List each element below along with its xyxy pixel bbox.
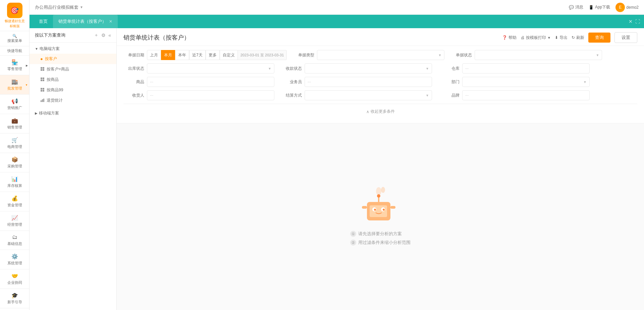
- sidebar-item-enterprise[interactable]: 🤝 企业协同: [0, 269, 29, 289]
- tab-close-icon[interactable]: ✕: [109, 19, 112, 24]
- logo-subtitle: 标账版: [10, 24, 20, 28]
- mobile-scheme-group: ▶ 移动端方案: [30, 107, 116, 119]
- sidebar-item-inventory[interactable]: 📊 库存核算: [0, 172, 29, 192]
- mobile-group-label: 移动端方案: [39, 110, 59, 116]
- add-scheme-icon[interactable]: ＋: [94, 32, 99, 38]
- brand-dots: ···: [465, 93, 469, 98]
- app-download-label: App下载: [595, 4, 610, 10]
- collapse-panel-icon[interactable]: «: [108, 33, 111, 38]
- date-this-year-btn[interactable]: 本年: [175, 50, 189, 60]
- svg-rect-12: [41, 100, 42, 102]
- print-label: 按模板打印: [526, 35, 546, 41]
- settings-button[interactable]: 设置: [614, 32, 637, 43]
- scheme-label: 按商品99: [47, 87, 63, 93]
- goods-label: 商品: [123, 79, 147, 85]
- app-download-btn[interactable]: 📱 App下载: [589, 4, 610, 10]
- quick-nav[interactable]: 快捷导航: [0, 46, 29, 56]
- system-icon: ⚙️: [11, 253, 18, 260]
- department-dropdown-icon: ▼: [583, 80, 587, 84]
- out-status-select[interactable]: ▼: [147, 63, 274, 73]
- sidebar-item-ecom[interactable]: 🛒 电商管理: [0, 134, 29, 153]
- collapse-filters-btn[interactable]: ∧ 收起更多条件: [364, 106, 397, 117]
- brand-input[interactable]: ···: [462, 90, 590, 100]
- sidebar-item-apps[interactable]: 🔲 应用中心: [0, 308, 29, 310]
- receiver-input[interactable]: ···: [147, 90, 274, 100]
- right-panel: 销货单统计表（按客户） ❓ 帮助 🖨 按模板打印 ▼ ⬇ 导出: [117, 28, 644, 310]
- sidebar-item-sales[interactable]: 💼 销售管理: [0, 114, 29, 134]
- svg-rect-18: [370, 205, 387, 217]
- sidebar-item-wholesale[interactable]: 🏬 批发管理 ▼: [0, 75, 29, 95]
- query-button[interactable]: 查询: [588, 33, 610, 43]
- settlement-select[interactable]: ▼: [305, 90, 432, 100]
- maximize-window-icon[interactable]: ⛶: [635, 19, 640, 24]
- settings-scheme-icon[interactable]: ⚙: [101, 33, 106, 38]
- enterprise-icon: 🤝: [11, 273, 18, 279]
- mobile-group-header[interactable]: ▶ 移动端方案: [30, 108, 116, 118]
- date-label: 单据日期: [123, 52, 147, 58]
- scheme-label: 按客户: [45, 56, 57, 62]
- date-custom-btn[interactable]: 自定义: [220, 50, 238, 60]
- print-dropdown-icon: ▼: [547, 36, 551, 40]
- date-last-month-btn[interactable]: 上月: [147, 50, 161, 60]
- scheme-grid-icon2: [40, 77, 45, 83]
- svg-rect-10: [41, 90, 42, 92]
- sidebar-item-label: 基础信息: [7, 241, 22, 246]
- payment-status-dropdown-icon: ▼: [426, 67, 429, 70]
- receiver-label: 收货人: [123, 93, 147, 98]
- chevron-down-icon: ▼: [25, 83, 28, 86]
- sidebar-item-finance[interactable]: 💰 资金管理: [0, 192, 29, 211]
- sidebar-item-purchase[interactable]: 📦 采购管理: [0, 153, 29, 172]
- scheme-item-by-goods-99[interactable]: 按商品99: [30, 85, 116, 95]
- hint-1-text: 请先选择要分析的方案: [358, 231, 402, 237]
- sidebar-item-operations[interactable]: 📈 经营管理: [0, 211, 29, 231]
- export-btn[interactable]: ⬇ 导出: [555, 35, 568, 41]
- sidebar-item-label: 零售管理: [7, 66, 22, 71]
- scheme-item-by-customer-goods[interactable]: 按客户+商品: [30, 64, 116, 74]
- doc-type-select[interactable]: ▼: [317, 50, 444, 60]
- desktop-group-header[interactable]: ▼ 电脑端方案: [30, 44, 116, 54]
- help-btn[interactable]: ❓ 帮助: [502, 35, 517, 41]
- goods-input[interactable]: ···: [147, 77, 274, 87]
- sidebar-item-label: 批发管理: [7, 86, 22, 91]
- date-more-btn[interactable]: 更多: [206, 50, 220, 60]
- message-btn[interactable]: 💬 消息: [569, 4, 583, 10]
- close-window-icon[interactable]: ✕: [629, 19, 633, 24]
- scheme-item-by-goods[interactable]: 按商品: [30, 74, 116, 85]
- doc-status-select[interactable]: ▼: [475, 50, 602, 60]
- print-btn[interactable]: 🖨 按模板打印 ▼: [521, 35, 551, 41]
- svg-rect-3: [43, 69, 44, 71]
- sidebar-item-newbie[interactable]: 🎓 新手引导: [0, 289, 29, 308]
- refresh-label: 刷新: [576, 35, 584, 41]
- department-select[interactable]: ▼: [462, 77, 590, 87]
- refresh-btn[interactable]: ↻ 刷新: [572, 35, 584, 41]
- date-7days-btn[interactable]: 近7天: [189, 50, 206, 60]
- warehouse-input[interactable]: ···: [462, 63, 590, 73]
- empty-illustration: [360, 185, 400, 225]
- tab-sales-summary[interactable]: 销货单统计表（按客户） ✕: [53, 15, 118, 28]
- sidebar-item-basic[interactable]: 🗂 基础信息: [0, 231, 29, 250]
- user-menu[interactable]: E demo2: [615, 3, 639, 12]
- sidebar-item-label: 营销推广: [7, 105, 22, 110]
- sidebar-item-marketing[interactable]: 📢 营销推广: [0, 95, 29, 114]
- marketing-icon: 📢: [11, 98, 18, 104]
- export-label: 导出: [559, 35, 568, 41]
- empty-hints: ① 请先选择要分析的方案 ② 用过滤条件来缩小分析范围: [350, 231, 411, 248]
- svg-rect-7: [43, 80, 44, 81]
- logo-text: 畅捷通好生意: [5, 19, 25, 23]
- scheme-item-return-stats[interactable]: 退货统计: [30, 95, 116, 106]
- basic-icon: 🗂: [12, 234, 17, 240]
- empty-hint-2: ② 用过滤条件来缩小分析范围: [350, 240, 411, 246]
- salesperson-input[interactable]: ···: [305, 77, 432, 87]
- payment-status-select[interactable]: ▼: [305, 63, 432, 73]
- sidebar-item-label: 库存核算: [7, 183, 22, 188]
- sidebar-item-system[interactable]: ⚙️ 系统管理: [0, 250, 29, 269]
- operations-icon: 📈: [11, 215, 18, 221]
- tab-home[interactable]: 首页: [34, 15, 53, 28]
- date-this-month-btn[interactable]: 本月: [161, 50, 175, 60]
- sidebar-item-retail[interactable]: 🏪 零售管理 ▶: [0, 56, 29, 75]
- out-status-label: 出库状态: [123, 66, 147, 71]
- industry-selector[interactable]: 办公用品行业模拟账套 ▼: [35, 4, 83, 10]
- scheme-item-by-customer[interactable]: ● 按客户: [30, 54, 116, 64]
- bar-chart-icon: [40, 98, 45, 103]
- search-menu[interactable]: 🔍 搜索菜单: [0, 31, 29, 46]
